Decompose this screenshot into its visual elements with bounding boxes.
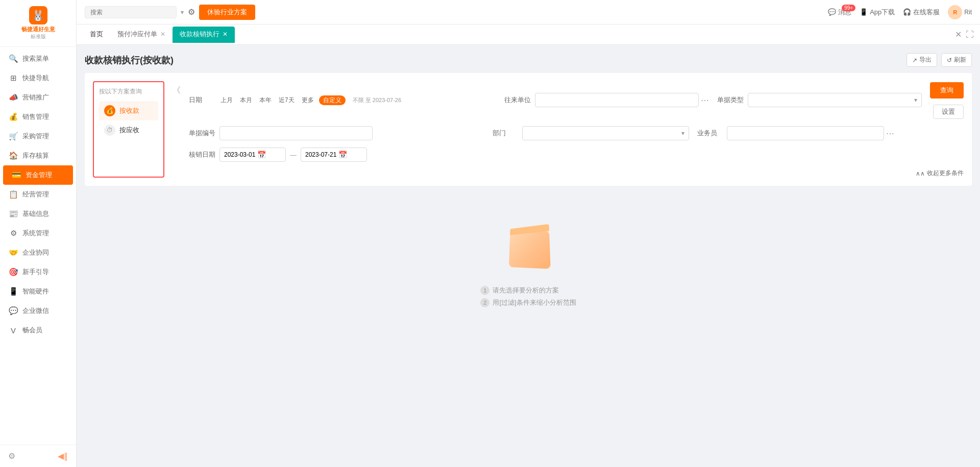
hint-text-1: 请先选择要分析的方案 (493, 286, 559, 295)
topbar-left: ▾ ⚙ 休验行业方案 (85, 5, 828, 20)
collapse-more-label: 收起更多条件 (927, 169, 964, 178)
sidebar-item-basicinfo[interactable]: 📰 基础信息 (0, 204, 76, 224)
verify-date-end-value: 2023-07-21 (305, 151, 336, 158)
query-button[interactable]: 查询 (930, 82, 964, 99)
industry-solution-button[interactable]: 休验行业方案 (199, 5, 255, 20)
sidebar-item-enterprise[interactable]: 🤝 企业协同 (0, 243, 76, 262)
search-input[interactable] (85, 6, 177, 18)
shortcut-7days[interactable]: 近7天 (277, 95, 297, 106)
menu-icon-inventory: 🏠 (8, 151, 18, 160)
tab-prepay-close-icon[interactable]: ✕ (160, 31, 165, 38)
topbar-gear-icon[interactable]: ⚙ (188, 7, 195, 17)
menu-icon-sales: 💰 (8, 112, 18, 121)
menu-icon-wechat: 💬 (8, 306, 18, 315)
filter-row-3: 核销日期 2023-03-01 📅 — 2023-07-21 📅 (189, 148, 964, 162)
end-calendar-icon: 📅 (338, 151, 347, 159)
export-button[interactable]: ↗ 导出 (906, 53, 937, 67)
tab-home[interactable]: 首页 (83, 27, 110, 43)
shortcut-more[interactable]: 更多 (300, 95, 316, 106)
refresh-label: 刷新 (954, 56, 966, 64)
verify-date-end-input[interactable]: 2023-07-21 📅 (301, 148, 367, 162)
verify-date-start-input[interactable]: 2023-03-01 📅 (219, 148, 286, 162)
tabbar: 首页 预付冲应付单 ✕ 收款核销执行 ✕ ✕ ⛶ (77, 24, 980, 45)
online-service-button[interactable]: 🎧 在线客服 (903, 8, 940, 17)
receivable-option-icon: ⏱ (104, 125, 115, 136)
date-field: 日期 上月 本月 本年 近7天 更多 自定义 不限 至 2023-07-26 (189, 95, 496, 106)
menu-icon-operation: 📋 (8, 190, 18, 199)
counterpart-label: 往来单位 (504, 95, 531, 105)
hint-num-1: 1 (480, 286, 489, 295)
sidebar-item-operation[interactable]: 📋 经营管理 (0, 185, 76, 204)
content-area: 收款核销执行(按收款) ↗ 导出 ↺ 刷新 按以下方案查询 (77, 45, 980, 467)
menu-label-member: 畅会员 (22, 326, 42, 335)
voucher-type-select[interactable]: ▾ (748, 93, 922, 107)
menu-label-search: 搜索菜单 (22, 54, 49, 63)
staff-input-wrap: ⋯ (727, 126, 894, 140)
user-area[interactable]: R Rit (948, 5, 972, 19)
voucher-no-input[interactable] (219, 126, 373, 140)
service-icon: 🎧 (903, 8, 911, 16)
sidebar-item-member[interactable]: V 畅会员 (0, 321, 76, 340)
tab-home-label: 首页 (90, 30, 103, 39)
message-button[interactable]: 💬 消息 99+ (828, 8, 851, 17)
shortcut-this-month[interactable]: 本月 (238, 95, 254, 106)
tab-prepay-label: 预付冲应付单 (117, 30, 157, 39)
receipt-option-label: 按收款 (119, 106, 139, 115)
setting-button[interactable]: 设置 (933, 105, 964, 119)
menu-label-inventory: 库存核算 (22, 151, 49, 160)
collapse-sidebar-btn[interactable]: ◀‖ (58, 451, 68, 461)
receivable-option-label: 按应收 (119, 126, 139, 135)
counterpart-input[interactable] (535, 93, 699, 107)
collapse-more-btn[interactable]: ∧∧ 收起更多条件 (189, 169, 964, 178)
settings-icon[interactable]: ⚙ (8, 451, 15, 461)
sidebar-item-sales[interactable]: 💰 销售管理 (0, 107, 76, 127)
sidebar-item-hardware[interactable]: 📱 智能硬件 (0, 282, 76, 301)
sidebar-item-purchase[interactable]: 🛒 采购管理 (0, 127, 76, 146)
shortcut-custom[interactable]: 自定义 (319, 95, 346, 105)
hint-item-2: 2 用[过滤]条件来缩小分析范围 (480, 298, 576, 307)
staff-input[interactable] (727, 126, 884, 140)
export-label: 导出 (919, 56, 932, 64)
sidebar-item-inventory[interactable]: 🏠 库存核算 (0, 146, 76, 165)
filter-option-receivable[interactable]: ⏱ 按应收 (99, 120, 158, 140)
sidebar-menu: 🔍 搜索菜单 ⊞ 快捷导航 📣 营销推广 💰 销售管理 🛒 采购管理 🏠 库存核… (0, 47, 76, 445)
staff-more-icon[interactable]: ⋯ (886, 129, 894, 138)
filter-sidebar-title: 按以下方案查询 (99, 87, 158, 96)
shortcut-this-year[interactable]: 本年 (257, 95, 274, 106)
menu-icon-enterprise: 🤝 (8, 248, 18, 257)
topbar-chevron-icon[interactable]: ▾ (181, 9, 184, 16)
logo-version: 标准版 (31, 33, 46, 40)
menu-label-enterprise: 企业协同 (22, 248, 49, 257)
shortcut-last-month[interactable]: 上月 (218, 95, 235, 106)
dept-select[interactable]: ▾ (522, 126, 690, 140)
sidebar-item-capital[interactable]: 💳 资金管理 (3, 165, 73, 185)
tab-prepay[interactable]: 预付冲应付单 ✕ (110, 27, 173, 43)
maximize-icon[interactable]: ⛶ (966, 30, 974, 39)
refresh-button[interactable]: ↺ 刷新 (941, 53, 972, 67)
start-calendar-icon: 📅 (257, 151, 266, 159)
sidebar-item-quicknav[interactable]: ⊞ 快捷导航 (0, 68, 76, 88)
page-header: 收款核销执行(按收款) ↗ 导出 ↺ 刷新 (85, 53, 972, 67)
filter-option-receipt[interactable]: 💰 按收款 (99, 101, 158, 120)
sidebar-item-system[interactable]: ⚙ 系统管理 (0, 224, 76, 243)
tab-receipt[interactable]: 收款核销执行 ✕ (173, 27, 235, 43)
dept-label: 部门 (493, 129, 518, 138)
message-icon: 💬 (828, 8, 836, 16)
sidebar-item-marketing[interactable]: 📣 营销推广 (0, 88, 76, 107)
empty-illustration (498, 227, 559, 278)
sidebar-item-guide[interactable]: 🎯 新手引导 (0, 262, 76, 282)
app-download-button[interactable]: 📱 App下载 (860, 8, 895, 17)
menu-icon-quicknav: ⊞ (8, 73, 18, 83)
counterpart-more-icon[interactable]: ⋯ (701, 95, 709, 105)
page-actions: ↗ 导出 ↺ 刷新 (906, 53, 972, 67)
logo-area: 🐰 畅捷通好生意 标准版 (0, 0, 76, 47)
sidebar-item-wechat[interactable]: 💬 企业微信 (0, 301, 76, 321)
sidebar-item-search[interactable]: 🔍 搜索菜单 (0, 49, 76, 68)
menu-label-marketing: 营销推广 (22, 93, 49, 102)
tab-receipt-close-icon[interactable]: ✕ (223, 31, 228, 38)
filter-collapse-btn[interactable]: 《 (170, 85, 183, 96)
logo-name: 畅捷通好生意 (21, 26, 55, 33)
empty-hints: 1 请先选择要分析的方案 2 用[过滤]条件来缩小分析范围 (480, 286, 576, 307)
close-window-icon[interactable]: ✕ (955, 30, 962, 39)
page-wrapper: 收款核销执行(按收款) ↗ 导出 ↺ 刷新 按以下方案查询 (77, 45, 980, 356)
